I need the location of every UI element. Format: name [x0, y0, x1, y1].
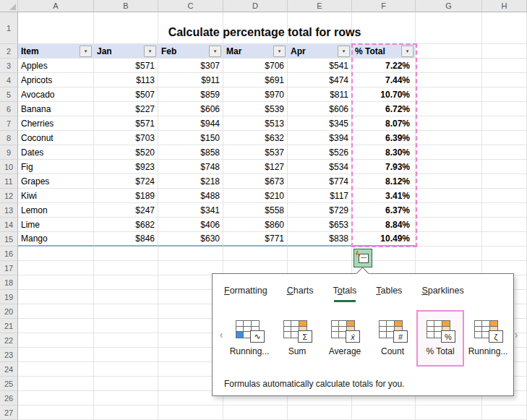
column-header-A[interactable]: A	[18, 0, 94, 12]
cell-G14[interactable]	[416, 218, 482, 232]
cell-C27[interactable]	[158, 406, 223, 420]
select-all-corner[interactable]	[0, 0, 18, 12]
cell-H6[interactable]	[482, 102, 527, 116]
cell-C16[interactable]	[158, 247, 223, 261]
value-cell[interactable]: $571	[94, 59, 158, 73]
cell-G5[interactable]	[416, 87, 482, 102]
cell-F1[interactable]	[352, 12, 416, 44]
tab-sparklines[interactable]: Sparklines	[421, 286, 463, 301]
value-cell[interactable]: $520	[94, 145, 158, 160]
scroll-left-icon[interactable]: ‹	[217, 329, 226, 340]
cell-H27[interactable]	[482, 406, 527, 420]
row-header-15[interactable]: 15	[0, 232, 18, 247]
row-header-9[interactable]: 9	[0, 145, 18, 160]
running--button[interactable]: ζRunning...	[464, 310, 512, 367]
cell-H9[interactable]	[482, 145, 527, 160]
cell-G3[interactable]	[416, 59, 482, 73]
row-header-27[interactable]: 27	[0, 406, 18, 420]
cell-H15[interactable]	[482, 232, 527, 247]
cell-D2[interactable]: Mar▾	[223, 44, 288, 59]
cell-H7[interactable]	[482, 116, 527, 131]
cell-H3[interactable]	[482, 59, 527, 73]
tab-tables[interactable]: Tables	[376, 286, 402, 301]
column-header-E[interactable]: E	[288, 0, 352, 12]
filter-dropdown-button[interactable]: ▾	[80, 46, 92, 57]
value-cell[interactable]: $189	[94, 189, 158, 203]
cell-A1[interactable]	[18, 12, 94, 44]
percent-total-cell[interactable]: 8.12%	[352, 174, 416, 189]
cell-F27[interactable]	[352, 406, 416, 420]
column-header-G[interactable]: G	[416, 0, 482, 12]
value-cell[interactable]: $218	[158, 174, 223, 189]
percent-total-cell[interactable]: 6.39%	[352, 131, 416, 145]
value-cell[interactable]: $558	[223, 203, 288, 218]
value-cell[interactable]: $507	[94, 87, 158, 102]
percent-total-cell[interactable]: 10.70%	[352, 87, 416, 102]
quick-analysis-button[interactable]: ϟ	[354, 249, 372, 267]
row-header-23[interactable]: 23	[0, 348, 18, 362]
row-header-3[interactable]: 3	[0, 59, 18, 73]
value-cell[interactable]: $113	[94, 73, 158, 87]
cell-B26[interactable]	[94, 391, 158, 406]
filter-dropdown-button[interactable]: ▾	[144, 46, 156, 57]
value-cell[interactable]: $117	[288, 189, 352, 203]
row-header-2[interactable]: 2	[0, 44, 18, 59]
percent-total-cell[interactable]: 8.07%	[352, 116, 416, 131]
cell-B2[interactable]: Jan▾	[94, 44, 158, 59]
value-cell[interactable]: $127	[223, 160, 288, 174]
column-header-H[interactable]: H	[482, 0, 527, 12]
value-cell[interactable]: $341	[158, 203, 223, 218]
item-cell[interactable]: Apples	[18, 59, 94, 73]
cell-D1[interactable]	[223, 12, 288, 44]
cell-G8[interactable]	[416, 131, 482, 145]
row-header-12[interactable]: 12	[0, 189, 18, 203]
row-header-24[interactable]: 24	[0, 362, 18, 377]
row-header-21[interactable]: 21	[0, 319, 18, 333]
cell-B17[interactable]	[94, 261, 158, 275]
value-cell[interactable]: $488	[158, 189, 223, 203]
value-cell[interactable]: $606	[288, 102, 352, 116]
value-cell[interactable]: $673	[223, 174, 288, 189]
column-header-C[interactable]: C	[158, 0, 223, 12]
running--button[interactable]: ∿Running...	[226, 310, 273, 367]
cell-H10[interactable]	[482, 160, 527, 174]
percent-total-cell[interactable]: 7.44%	[352, 73, 416, 87]
item-cell[interactable]: Lemon	[18, 203, 94, 218]
cell-G16[interactable]	[416, 247, 482, 261]
cell-E1[interactable]	[288, 12, 352, 44]
percent-total-cell[interactable]: 8.30%	[352, 145, 416, 160]
value-cell[interactable]: $838	[288, 232, 352, 247]
cell-A19[interactable]	[18, 290, 94, 304]
row-header-26[interactable]: 26	[0, 391, 18, 406]
item-cell[interactable]: Banana	[18, 102, 94, 116]
average-button[interactable]: x̄Average	[321, 310, 369, 367]
value-cell[interactable]: $307	[158, 59, 223, 73]
percent-total-cell[interactable]: 10.49%	[352, 232, 416, 247]
row-header-6[interactable]: 6	[0, 102, 18, 116]
filter-dropdown-button[interactable]: ▾	[209, 46, 221, 57]
value-cell[interactable]: $227	[94, 102, 158, 116]
value-cell[interactable]: $632	[223, 131, 288, 145]
cell-B19[interactable]	[94, 290, 158, 304]
item-cell[interactable]: Fig	[18, 160, 94, 174]
cell-H2[interactable]	[482, 44, 527, 59]
row-header-13[interactable]: 13	[0, 203, 18, 218]
cell-B20[interactable]	[94, 304, 158, 319]
row-header-25[interactable]: 25	[0, 377, 18, 391]
value-cell[interactable]: $606	[158, 102, 223, 116]
cell-B24[interactable]	[94, 362, 158, 377]
cell-H16[interactable]	[482, 247, 527, 261]
row-header-7[interactable]: 7	[0, 116, 18, 131]
value-cell[interactable]: $210	[223, 189, 288, 203]
cell-B16[interactable]	[94, 247, 158, 261]
percent-total-cell[interactable]: 7.93%	[352, 160, 416, 174]
value-cell[interactable]: $923	[94, 160, 158, 174]
cell-F2[interactable]: % Total▾	[352, 44, 416, 59]
cell-G11[interactable]	[416, 174, 482, 189]
value-cell[interactable]: $748	[158, 160, 223, 174]
cell-A27[interactable]	[18, 406, 94, 420]
cell-A23[interactable]	[18, 348, 94, 362]
value-cell[interactable]: $541	[288, 59, 352, 73]
cell-G10[interactable]	[416, 160, 482, 174]
tab-formatting[interactable]: Formatting	[224, 286, 267, 301]
